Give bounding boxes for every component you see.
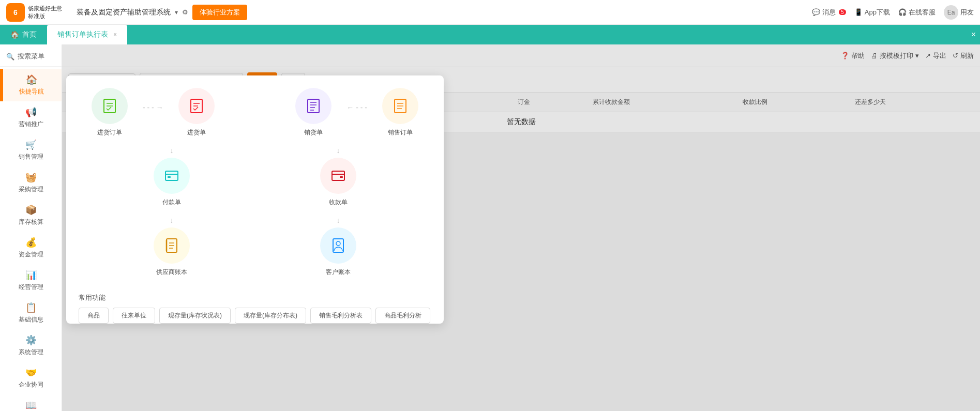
payment-label: 付款单 <box>162 198 181 207</box>
logo-area: 6 畅康通好生意 标准版 <box>6 3 68 22</box>
home-icon: 🏠 <box>10 31 19 39</box>
experience-btn[interactable]: 体验行业方案 <box>192 5 247 20</box>
logo-icon: 6 <box>6 3 25 22</box>
avatar: Ea <box>944 5 958 20</box>
search-icon: 🔍 <box>6 53 14 60</box>
logo-text: 畅康通好生意 标准版 <box>28 5 62 20</box>
purchase-order-label: 进货订单 <box>97 128 122 137</box>
sidebar-item-basic-info[interactable]: 📋 基础信息 <box>0 297 62 329</box>
flow-node-payment[interactable]: 付款单 <box>141 158 203 207</box>
marketing-icon: 📢 <box>25 106 37 118</box>
btn-stock-status[interactable]: 现存量(库存状况表) <box>159 308 231 324</box>
svg-rect-6 <box>308 99 319 113</box>
sales-bill-label: 销货单 <box>304 128 323 137</box>
flow-row-1: 进货订单 - - - → <box>79 88 431 137</box>
btn-contacts[interactable]: 往来单位 <box>113 308 155 324</box>
receipt-circle <box>320 158 356 194</box>
flow-node-sales-bill[interactable]: 销货单 <box>282 88 344 137</box>
sidebar-item-purchase[interactable]: 🧺 采购管理 <box>0 166 62 199</box>
content-area: ❓ 帮助 🖨 按模板打印 ▾ ↗ 导出 ↺ 刷新 yyyy-mm-dd 📅 <box>62 44 980 411</box>
purchase-bill-circle <box>178 88 215 124</box>
sidebar-item-quick-nav[interactable]: 🏠 快捷导航 <box>0 69 62 101</box>
col-supplier-ledger: ↓ <box>141 215 203 277</box>
customer-ledger-circle <box>320 227 356 264</box>
top-bar: 6 畅康通好生意 标准版 装备及固定资产辅助管理系统 ▾ ⚙ 体验行业方案 💬 … <box>0 0 980 25</box>
sidebar-search[interactable]: 🔍 搜索菜单 <box>0 49 62 64</box>
col-payment: ↓ 付款单 <box>141 145 203 207</box>
purchase-order-circle <box>92 88 128 124</box>
close-all-btn[interactable]: × <box>971 30 976 39</box>
popup-overlay: 进货订单 - - - → <box>62 44 980 411</box>
sidebar-item-operations[interactable]: 📊 经营管理 <box>0 264 62 297</box>
sidebar-item-system[interactable]: ⚙️ 系统管理 <box>0 329 62 362</box>
flow-arrow-h1: - - - → <box>143 103 163 112</box>
arrow-down-supplier: ↓ <box>170 216 174 224</box>
app-download-item[interactable]: 📱 App下载 <box>854 8 890 17</box>
home-icon: 🏠 <box>26 74 37 85</box>
sales-bill-circle <box>295 88 331 124</box>
operations-icon: 📊 <box>25 269 37 281</box>
nav-tabs: 🏠 首页 销售订单执行表 × × <box>0 25 980 44</box>
sales-icon: 🛒 <box>25 139 37 150</box>
online-service-item[interactable]: 🎧 在线客服 <box>898 8 936 17</box>
inventory-icon: 📦 <box>25 204 37 216</box>
flow-node-supplier-ledger[interactable]: 供应商账本 <box>141 227 203 277</box>
svg-rect-20 <box>340 176 343 178</box>
btn-product[interactable]: 商品 <box>79 308 109 324</box>
svg-rect-22 <box>165 240 168 251</box>
btn-stock-dist[interactable]: 现存量(库存分布表) <box>235 308 306 324</box>
arrow-down-receipt: ↓ <box>337 146 340 155</box>
common-title: 常用功能 <box>79 293 431 302</box>
flow-node-receipt[interactable]: 收款单 <box>307 158 369 207</box>
settings-btn[interactable]: ⚙ <box>182 8 188 16</box>
flow-node-customer-ledger[interactable]: 客户账本 <box>307 227 369 277</box>
sidebar-item-enterprise[interactable]: 🤝 企业协同 <box>0 362 62 394</box>
flow-node-purchase-order[interactable]: 进货订单 <box>79 88 141 137</box>
system-icon: ⚙️ <box>25 334 37 346</box>
user-item[interactable]: Ea 用友 <box>944 5 974 20</box>
sidebar-item-inventory[interactable]: 📦 库存核算 <box>0 199 62 232</box>
sidebar-item-finance[interactable]: 💰 资金管理 <box>0 232 62 264</box>
sidebar-item-sales[interactable]: 🛒 销售管理 <box>0 134 62 166</box>
tab-close-icon[interactable]: × <box>113 31 117 38</box>
col-receipt: ↓ 收款单 <box>307 145 369 207</box>
supplier-ledger-circle <box>154 227 190 264</box>
customer-ledger-label: 客户账本 <box>326 268 351 277</box>
popup-box: 进货订单 - - - → <box>66 75 444 324</box>
col-customer-ledger: ↓ 客户账本 <box>307 215 369 277</box>
system-dropdown-btn[interactable]: ▾ <box>175 9 178 16</box>
message-badge: 5 <box>839 9 846 15</box>
purchase-icon: 🧺 <box>25 172 37 183</box>
sidebar-item-newbie[interactable]: 📖 新手引导 <box>0 394 62 411</box>
message-item[interactable]: 💬 消息 5 <box>812 8 846 17</box>
btn-product-margin[interactable]: 商品毛利分析 <box>375 308 430 324</box>
flow-section: 进货订单 - - - → <box>79 88 431 285</box>
tab-home[interactable]: 🏠 首页 <box>0 25 47 44</box>
active-bar <box>2 69 3 101</box>
common-section: 常用功能 商品 往来单位 现存量(库存状况表) 现存量(库存分布表) 销售毛利分… <box>79 293 431 324</box>
flow-node-purchase-bill[interactable]: 进货单 <box>165 88 228 137</box>
top-bar-right: 💬 消息 5 📱 App下载 🎧 在线客服 Ea 用友 <box>812 5 974 20</box>
tab-sales-order[interactable]: 销售订单执行表 × <box>47 25 127 44</box>
sales-order-label: 销售订单 <box>388 128 413 137</box>
sidebar-divider-top <box>0 66 62 67</box>
flow-arrow-h2: ← - - - <box>346 103 367 112</box>
purchase-bill-label: 进货单 <box>187 128 206 137</box>
basic-info-icon: 📋 <box>25 302 37 313</box>
supplier-ledger-label: 供应商账本 <box>156 268 187 277</box>
sidebar: 🔍 搜索菜单 🏠 快捷导航 📢 营销推广 🛒 销售管理 🧺 采购管理 📦 库存核… <box>0 44 62 411</box>
sidebar-item-marketing[interactable]: 📢 营销推广 <box>0 101 62 134</box>
flow-row-2: ↓ 付款单 <box>141 145 431 207</box>
svg-rect-18 <box>332 171 344 180</box>
sales-order-circle <box>382 88 418 124</box>
message-icon: 💬 <box>812 8 820 16</box>
finance-icon: 💰 <box>25 237 37 248</box>
system-title: 装备及固定资产辅助管理系统 <box>77 8 171 17</box>
flow-row-3: ↓ <box>141 215 431 277</box>
flow-node-sales-order[interactable]: 销售订单 <box>369 88 431 137</box>
payment-circle <box>154 158 190 194</box>
arrow-down-customer: ↓ <box>337 216 340 224</box>
btn-sales-margin[interactable]: 销售毛利分析表 <box>310 308 371 324</box>
newbie-icon: 📖 <box>25 400 37 411</box>
arrow-down-payment: ↓ <box>170 146 174 155</box>
